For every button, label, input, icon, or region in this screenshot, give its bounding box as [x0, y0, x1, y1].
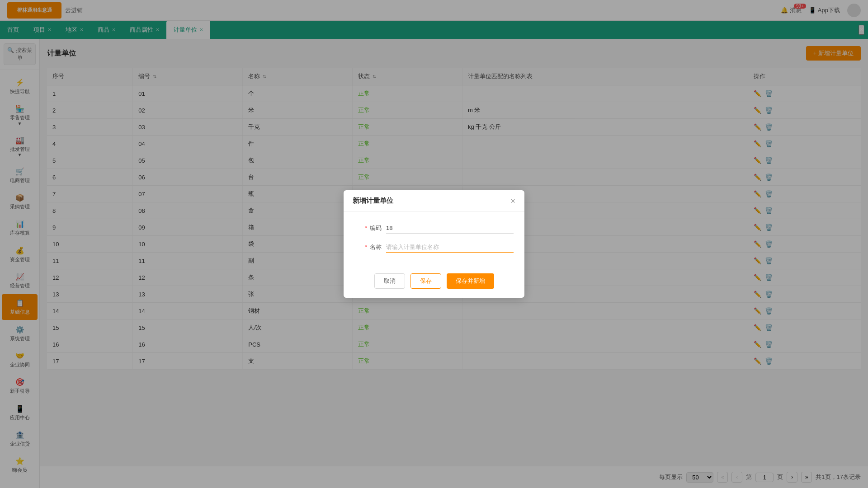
save-button[interactable]: 保存 — [410, 273, 441, 289]
code-label-text: 编码 — [370, 225, 382, 231]
add-measure-unit-modal: 新增计量单位 × * 编码 * 名称 取消 保存 保存并新增 — [344, 190, 524, 298]
form-row-code: * 编码 — [354, 223, 514, 234]
modal-overlay[interactable]: 新增计量单位 × * 编码 * 名称 取消 保存 保存并新增 — [0, 0, 868, 488]
code-label: * 编码 — [354, 224, 382, 232]
form-row-name: * 名称 — [354, 242, 514, 253]
modal-title: 新增计量单位 — [353, 197, 393, 205]
modal-body: * 编码 * 名称 — [344, 212, 524, 268]
modal-footer: 取消 保存 保存并新增 — [344, 268, 524, 298]
name-required-mark: * — [365, 244, 367, 250]
save-and-new-button[interactable]: 保存并新增 — [447, 273, 494, 289]
name-input[interactable] — [386, 242, 514, 253]
code-required-mark: * — [365, 225, 367, 231]
name-label-text: 名称 — [370, 244, 382, 250]
name-label: * 名称 — [354, 243, 382, 251]
modal-close-btn[interactable]: × — [510, 197, 515, 205]
cancel-button[interactable]: 取消 — [374, 273, 405, 289]
code-input[interactable] — [386, 223, 514, 234]
modal-header: 新增计量单位 × — [344, 190, 524, 212]
